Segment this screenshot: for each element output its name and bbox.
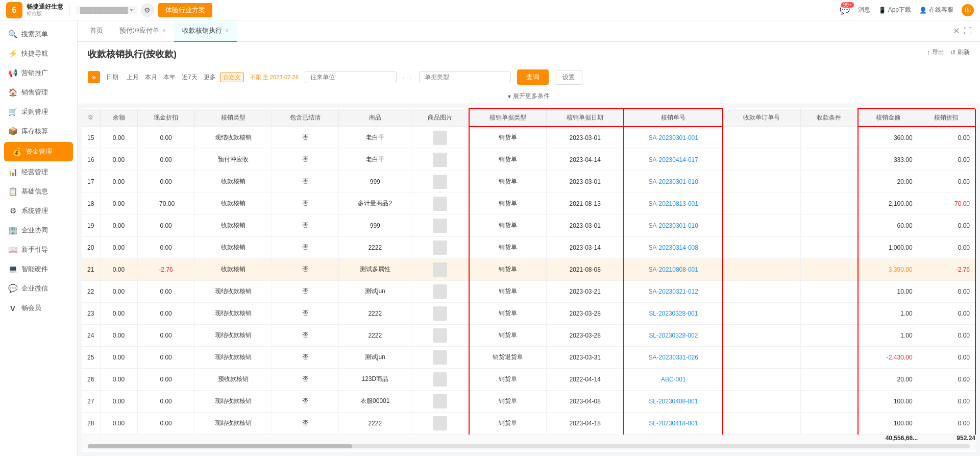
cancel-bill-link[interactable]: SA-20230301-010 xyxy=(649,222,698,229)
tab-prepay[interactable]: 预付冲应付单 × xyxy=(111,20,174,42)
date-custom-btn[interactable]: 自定义 xyxy=(220,73,244,82)
sidebar-item-finance[interactable]: 💰 资金管理 xyxy=(4,142,73,161)
td-receipt-order-no xyxy=(723,214,800,236)
td-cancel-bill-no: SA-20210813-001 xyxy=(624,193,723,214)
col-settings[interactable]: ⚙ xyxy=(82,109,100,127)
bill-type-input[interactable] xyxy=(419,71,511,83)
page-header: 收款核销执行(按收款) ↑ 导出 ↺ 刷新 » 日期 上月 xyxy=(78,42,980,104)
gear-button[interactable]: ⚙ xyxy=(141,4,154,17)
td-goods: 123D商品 xyxy=(339,368,411,390)
td-included-settled: 否 xyxy=(272,302,339,324)
message-badge[interactable]: 💬 99+ xyxy=(840,5,850,15)
table-row: 26 0.00 0.00 预收款核销 否 123D商品 销货单 2022-04-… xyxy=(82,368,975,390)
td-receipt-condition xyxy=(800,127,858,149)
td-included-settled: 否 xyxy=(272,149,339,171)
export-button[interactable]: ↑ 导出 xyxy=(927,48,944,57)
expand-conditions-btn[interactable]: ▾ 展开更多条件 xyxy=(88,89,970,104)
user-avatar[interactable]: Rit xyxy=(962,4,974,16)
td-included-settled: 否 xyxy=(272,236,339,258)
date-last-month[interactable]: 上月 xyxy=(125,72,141,83)
tab-receive-cancel[interactable]: 收款核销执行 × xyxy=(174,20,237,42)
cancel-bill-link[interactable]: SA-20230314-008 xyxy=(649,244,698,251)
sidebar-item-operation[interactable]: 📊 经营管理 xyxy=(0,162,77,182)
td-cancel-discount: 0.00 xyxy=(918,214,975,236)
chevron-down-icon: ▾ xyxy=(130,7,133,13)
cancel-bill-link[interactable]: SA-20210808-001 xyxy=(649,266,698,273)
app-name: 畅捷通好生意 标准版 xyxy=(27,3,63,16)
cancel-bill-link[interactable]: SA-20230414-017 xyxy=(649,156,698,163)
sidebar-item-purchase[interactable]: 🛒 采购管理 xyxy=(0,102,77,122)
sidebar-item-guide[interactable]: 📖 新手引导 xyxy=(0,240,77,259)
table-header-row: ⚙ 余额 现金折扣 核销类型 包含已结清 商品 商品图片 核销单据类型 核销单据… xyxy=(82,109,975,127)
td-cash-discount: 0.00 xyxy=(137,324,194,346)
cart-icon: 🛒 xyxy=(8,107,17,116)
cancel-bill-link[interactable]: SL-20230328-002 xyxy=(649,332,698,339)
td-included-settled: 否 xyxy=(272,346,339,368)
trial-button[interactable]: 体验行业方案 xyxy=(158,3,212,17)
close-window-btn[interactable]: ✕ xyxy=(953,26,960,36)
td-goods: 衣服00001 xyxy=(339,390,411,412)
table-row: 24 0.00 0.00 现结收款核销 否 2222 销货单 2023-03-2… xyxy=(82,324,975,346)
td-cancel-bill-type: 销货单 xyxy=(469,412,547,434)
td-cancel-amount: 20.00 xyxy=(858,171,918,193)
sidebar-item-corp[interactable]: 🏢 企业协同 xyxy=(0,221,77,240)
sidebar-item-basic[interactable]: 📋 基础信息 xyxy=(0,182,77,201)
horizontal-scrollbar[interactable] xyxy=(88,444,970,448)
cancel-bill-link[interactable]: ABC-001 xyxy=(661,376,686,383)
tab-close-prepay[interactable]: × xyxy=(162,27,166,34)
cancel-bill-link[interactable]: SA-20230331-026 xyxy=(649,354,698,361)
td-cancel-bill-no: SA-20230414-017 xyxy=(624,149,723,171)
cancel-bill-link[interactable]: SL-20230418-001 xyxy=(649,420,698,427)
td-receipt-condition xyxy=(800,324,858,346)
td-included-settled: 否 xyxy=(272,258,339,280)
filter-expand-btn[interactable]: » xyxy=(88,71,100,83)
refresh-button[interactable]: ↺ 刷新 xyxy=(950,48,970,57)
query-button[interactable]: 查询 xyxy=(517,69,549,85)
sidebar-item-system[interactable]: ⚙ 系统管理 xyxy=(0,201,77,221)
td-cancel-bill-type: 销货单 xyxy=(469,324,547,346)
cancel-bill-link[interactable]: SA-20230321-012 xyxy=(649,288,698,295)
sidebar-item-sales[interactable]: 🏠 销售管理 xyxy=(0,83,77,102)
date-more[interactable]: 更多 xyxy=(202,72,218,83)
sidebar-item-marketing[interactable]: 📢 营销推广 xyxy=(0,63,77,83)
td-receipt-condition xyxy=(800,149,858,171)
lightning-icon: ⚡ xyxy=(8,49,17,58)
sidebar-item-inventory[interactable]: 📦 库存核算 xyxy=(0,122,77,141)
cancel-bill-link[interactable]: SL-20230328-001 xyxy=(649,310,698,317)
from-unit-input[interactable] xyxy=(305,71,397,83)
tab-home[interactable]: 首页 xyxy=(82,20,111,42)
date-7days[interactable]: 近7天 xyxy=(180,72,200,83)
tab-close-receive[interactable]: × xyxy=(225,27,229,34)
sidebar-item-search[interactable]: 🔍 搜索菜单 xyxy=(0,25,77,44)
settings-button[interactable]: 设置 xyxy=(555,70,582,85)
td-cancel-bill-date: 2023-03-31 xyxy=(547,346,624,368)
col-balance: 余额 xyxy=(100,109,137,127)
sidebar-item-member[interactable]: V 畅会员 xyxy=(0,298,77,318)
date-this-month[interactable]: 本月 xyxy=(143,72,159,83)
online-service-btn[interactable]: 👤 在线客服 xyxy=(919,6,953,14)
maximize-btn[interactable]: ⛶ xyxy=(964,27,972,36)
td-goods: 老白干 xyxy=(339,149,411,171)
sidebar-item-quick-nav[interactable]: ⚡ 快捷导航 xyxy=(0,44,77,63)
td-cancel-amount: 1.00 xyxy=(858,302,918,324)
cancel-bill-link[interactable]: SL-20230408-001 xyxy=(649,398,698,405)
td-cancel-bill-no: SA-20230301-001 xyxy=(624,127,723,149)
cancel-bill-link[interactable]: SA-20210813-001 xyxy=(649,200,698,207)
table-row: 19 0.00 0.00 收款核销 否 999 销货单 2023-03-01 S… xyxy=(82,214,975,236)
corp-icon: 🏢 xyxy=(8,226,17,235)
table-row: 17 0.00 0.00 收款核销 否 999 销货单 2023-03-01 S… xyxy=(82,171,975,193)
td-cancel-bill-date: 2023-03-01 xyxy=(547,214,624,236)
sidebar-item-wechat[interactable]: 💬 企业微信 xyxy=(0,279,77,298)
cancel-bill-link[interactable]: SA-20230301-001 xyxy=(649,134,698,141)
td-cancel-bill-type: 销货单 xyxy=(469,390,547,412)
cancel-bill-link[interactable]: SA-20230301-010 xyxy=(649,178,698,185)
table-row: 27 0.00 0.00 现结收款核销 否 衣服00001 销货单 2023-0… xyxy=(82,390,975,412)
date-this-year[interactable]: 本年 xyxy=(161,72,178,83)
td-goods-img xyxy=(411,258,469,280)
td-receipt-order-no xyxy=(723,193,800,214)
app-download-btn[interactable]: 📱 App下载 xyxy=(878,6,911,14)
td-receipt-order-no xyxy=(723,149,800,171)
sidebar-item-hardware[interactable]: 💻 智能硬件 xyxy=(0,259,77,279)
td-goods-img xyxy=(411,324,469,346)
company-selector[interactable]: ████████████ ▾ xyxy=(76,6,137,14)
